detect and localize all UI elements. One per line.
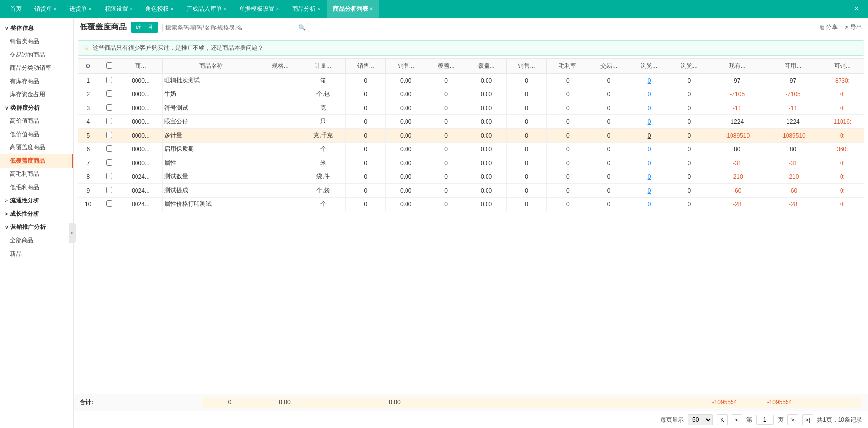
search-icon[interactable]: 🔍 (298, 24, 306, 31)
nav-close-sales[interactable]: × (54, 6, 56, 12)
nav-close-role[interactable]: × (170, 6, 173, 12)
share-button[interactable]: ⎗ 分享 (820, 23, 838, 31)
row-checkbox[interactable] (106, 159, 112, 166)
row-browse1[interactable]: 0 (629, 129, 669, 143)
row-check[interactable] (99, 129, 119, 143)
row-stock-avail: 1224 (765, 115, 821, 129)
nav-purchase[interactable]: 进货单 × (63, 0, 97, 18)
row-browse1[interactable]: 0 (629, 101, 669, 115)
summary-label: 合计: (80, 399, 93, 407)
nav-close-template[interactable]: × (276, 6, 279, 12)
sidebar-item-category-rate[interactable]: 商品分类动销率 (0, 61, 73, 75)
row-browse1[interactable]: 0 (629, 143, 669, 156)
row-name: 牛奶 (162, 87, 260, 101)
nav-close-purchase[interactable]: × (88, 6, 91, 12)
nav-close-analysis[interactable]: × (317, 6, 320, 12)
nav-home[interactable]: 首页 (4, 0, 27, 18)
row-trade: 0 (589, 101, 629, 115)
row-checkbox[interactable] (106, 90, 112, 97)
row-name: 属性 (162, 156, 260, 170)
sidebar-item-all-goods[interactable]: 全部商品 (0, 234, 73, 247)
row-check[interactable] (99, 74, 119, 87)
row-cover-qty: 0 (426, 184, 466, 198)
sidebar-item-high-coverage[interactable]: 高覆盖度商品 (0, 141, 73, 154)
nav-template[interactable]: 单据模板设置 × (233, 0, 285, 18)
sidebar-item-traded-goods[interactable]: 交易过的商品 (0, 48, 73, 61)
nav-inventory[interactable]: 产成品入库单 × (181, 0, 232, 18)
nav-role[interactable]: 角色授权 × (139, 0, 179, 18)
row-cover-rate: 0.00 (466, 129, 507, 143)
row-gross-rate: 0 (546, 74, 589, 87)
row-checkbox[interactable] (106, 104, 112, 111)
row-stock-cur: 97 (709, 74, 765, 87)
row-checkbox[interactable] (106, 200, 112, 207)
page-input[interactable] (756, 415, 774, 425)
sidebar-section-cluster[interactable]: ∨ 类群度分析 (0, 101, 73, 114)
next-page-btn[interactable]: > (787, 414, 798, 425)
row-checkbox[interactable] (106, 77, 112, 83)
period-button[interactable]: 近一月 (131, 22, 158, 33)
nav-sales[interactable]: 销货单 × (28, 0, 62, 18)
row-browse1[interactable]: 0 (629, 87, 669, 101)
row-check[interactable] (99, 101, 119, 115)
row-check[interactable] (99, 143, 119, 156)
sidebar-item-high-value[interactable]: 高价值商品 (0, 114, 73, 128)
row-check[interactable] (99, 156, 119, 170)
row-checkbox[interactable] (106, 145, 112, 152)
sidebar-section-liquidity[interactable]: > 流通性分析 (0, 194, 73, 207)
sidebar-section-growth[interactable]: > 成长性分析 (0, 207, 73, 221)
row-browse1[interactable]: 0 (629, 156, 669, 170)
row-check[interactable] (99, 198, 119, 211)
summary-stock-sell (807, 397, 862, 408)
th-settings[interactable]: ⚙ (78, 59, 99, 74)
data-table-container[interactable]: ⚙ 商... 商品名称 规格... 计量... 销售... 销售... 覆盖..… (74, 58, 868, 394)
nav-permissions[interactable]: 权限设置 × (99, 0, 138, 18)
section-arrow-cluster: ∨ (5, 105, 8, 111)
row-browse1[interactable]: 0 (629, 74, 669, 87)
window-close-btn[interactable]: × (849, 1, 864, 16)
nav-close-permissions[interactable]: × (130, 6, 133, 12)
nav-analysis-list[interactable]: 商品分析列表 × (327, 0, 379, 18)
sidebar-item-stocked-goods[interactable]: 有库存商品 (0, 75, 73, 88)
summary-stock-avail: -1095554 (752, 397, 807, 408)
row-browse1[interactable]: 0 (629, 170, 669, 184)
row-checkbox[interactable] (106, 173, 112, 179)
row-sales-qty: 0 (346, 87, 386, 101)
last-page-btn[interactable]: >| (802, 414, 813, 425)
sidebar-item-low-value[interactable]: 低价值商品 (0, 128, 73, 141)
sidebar-item-new-goods[interactable]: 新品 (0, 247, 73, 260)
row-checkbox[interactable] (106, 132, 112, 138)
sidebar-item-high-margin[interactable]: 高毛利商品 (0, 168, 73, 181)
search-input[interactable] (165, 24, 298, 31)
row-checkbox[interactable] (106, 118, 112, 124)
row-check[interactable] (99, 115, 119, 129)
sidebar-item-stock-capital[interactable]: 库存资金占用 (0, 88, 73, 101)
per-page-select[interactable]: 50 20 100 (688, 414, 713, 425)
row-check[interactable] (99, 87, 119, 101)
row-check[interactable] (99, 184, 119, 198)
sidebar-item-low-margin[interactable]: 低毛利商品 (0, 181, 73, 194)
th-check[interactable] (99, 59, 119, 74)
sidebar-item-sales-goods[interactable]: 销售类商品 (0, 35, 73, 48)
nav-close-inventory[interactable]: × (223, 6, 226, 12)
export-button[interactable]: ↗ 导出 (843, 23, 862, 31)
row-checkbox[interactable] (106, 187, 112, 193)
row-code: 0024... (119, 198, 162, 211)
row-stock-sell: 360: (821, 143, 864, 156)
row-browse1[interactable]: 0 (629, 198, 669, 211)
sidebar-section-overview[interactable]: ∨ 整体信息 (0, 22, 73, 35)
row-browse1[interactable]: 0 (629, 184, 669, 198)
row-check[interactable] (99, 170, 119, 184)
sidebar-item-low-coverage[interactable]: 低覆盖度商品 (0, 154, 73, 168)
sidebar-section-marketing[interactable]: ∨ 营销推广分析 (0, 221, 73, 234)
select-all-checkbox[interactable] (106, 62, 112, 69)
nav-analysis[interactable]: 商品分析 × (286, 0, 326, 18)
row-sales-amt: 0.00 (386, 115, 426, 129)
row-browse1[interactable]: 0 (629, 115, 669, 129)
first-page-btn[interactable]: K (717, 414, 728, 425)
star-icon: ☆ (84, 44, 89, 51)
prev-page-btn[interactable]: < (732, 414, 742, 425)
sidebar-collapse-btn[interactable]: « (69, 223, 76, 243)
row-stock-avail: -1089510 (765, 129, 821, 143)
nav-close-analysis-list[interactable]: × (370, 6, 373, 12)
